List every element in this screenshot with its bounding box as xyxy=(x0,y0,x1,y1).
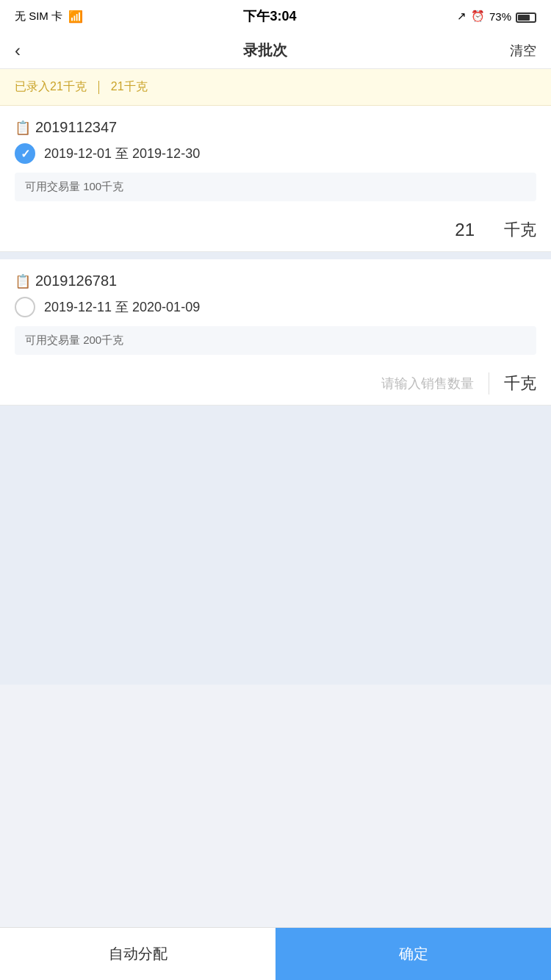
batch-id-2: 2019126781 xyxy=(35,273,117,289)
page-title: 录批次 xyxy=(243,40,287,60)
summary-divider xyxy=(98,81,99,94)
qty-value-1: 21 xyxy=(455,220,475,240)
battery-percent: 73% xyxy=(489,10,511,23)
recorded-label: 已录入21千克 xyxy=(15,79,87,95)
radio-button-2[interactable] xyxy=(15,297,35,317)
status-right: ↗ ⏰ 73% xyxy=(457,10,536,23)
carrier-text: 无 SIM 卡 xyxy=(15,10,62,24)
available-qty-2: 可用交易量 200千克 xyxy=(15,326,536,355)
auto-distribute-button[interactable]: 自动分配 xyxy=(0,928,276,980)
location-icon: ↗ xyxy=(457,10,467,23)
qty-unit-2: 千克 xyxy=(504,372,536,394)
status-bar: 无 SIM 卡 📶 下午3:04 ↗ ⏰ 73% xyxy=(0,0,551,32)
wifi-icon: 📶 xyxy=(68,10,83,24)
alarm-icon: ⏰ xyxy=(471,10,485,23)
batch-id-1: 2019112347 xyxy=(35,119,117,136)
nav-bar: ‹ 录批次 清空 xyxy=(0,32,551,69)
status-left: 无 SIM 卡 📶 xyxy=(15,10,83,24)
section-divider xyxy=(0,252,551,259)
batch-card-2: 📋 2019126781 2019-12-11 至 2020-01-09 可用交… xyxy=(0,259,551,406)
bottom-bar: 自动分配 确定 xyxy=(0,927,551,980)
batch-card-1: 📋 2019112347 2019-12-01 至 2019-12-30 可用交… xyxy=(0,106,551,252)
batch-date-1: 2019-12-01 至 2019-12-30 xyxy=(44,145,200,162)
batch-icon-1: 📋 xyxy=(15,120,31,136)
back-button[interactable]: ‹ xyxy=(15,40,21,61)
radio-button-1[interactable] xyxy=(15,143,35,164)
confirm-button[interactable]: 确定 xyxy=(276,928,551,980)
gray-area xyxy=(0,406,551,685)
battery-icon xyxy=(516,10,536,23)
batch-date-2: 2019-12-11 至 2020-01-09 xyxy=(44,298,200,316)
clear-button[interactable]: 清空 xyxy=(510,42,536,60)
qty-placeholder-2: 请输入销售数量 xyxy=(15,375,474,392)
qty-unit-1: 千克 xyxy=(504,219,536,241)
available-qty-1: 可用交易量 100千克 xyxy=(15,173,536,201)
status-time: 下午3:04 xyxy=(243,7,296,25)
summary-banner: 已录入21千克 21千克 xyxy=(0,69,551,106)
total-label: 21千克 xyxy=(111,79,148,95)
batch-icon-2: 📋 xyxy=(15,273,31,289)
